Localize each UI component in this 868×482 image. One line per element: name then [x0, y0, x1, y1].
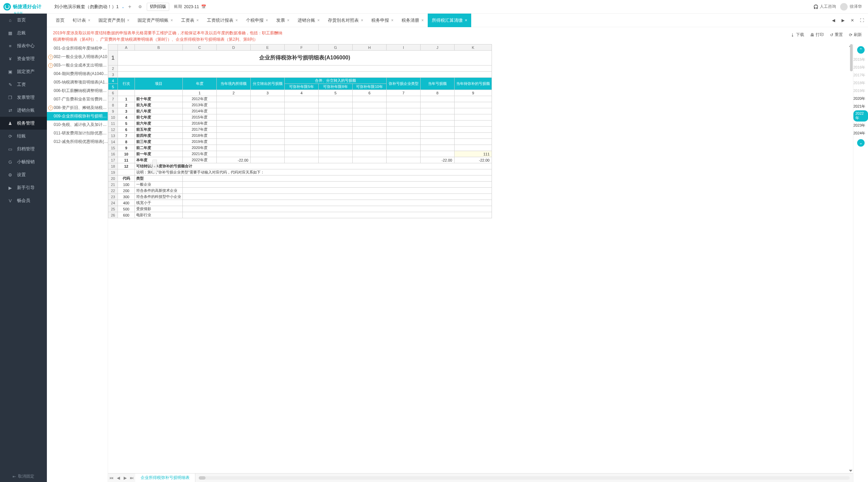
tab[interactable]: 首页	[52, 14, 69, 14]
tab[interactable]: 固定资产类别×	[94, 14, 134, 14]
brand: 畅捷通好会计 专业版	[3, 3, 50, 11]
brand-edition: 专业版	[14, 11, 23, 14]
avatar[interactable]	[840, 3, 848, 11]
tab[interactable]: 税务申报×	[367, 14, 397, 14]
brand-name: 畅捷通好会计	[13, 4, 41, 10]
tab[interactable]: 固定资产明细账×	[134, 14, 177, 14]
tab[interactable]: 存货别名对照表×	[324, 14, 367, 14]
consult-link[interactable]: 🎧人工咨询	[813, 4, 836, 10]
tab[interactable]: 工资统计报表×	[203, 14, 242, 14]
account-dropdown-icon[interactable]: ⌄	[121, 4, 125, 9]
tab[interactable]: 发票×	[272, 14, 294, 14]
calendar-icon[interactable]: 📅	[201, 4, 206, 9]
tab[interactable]: 税务清册×	[397, 14, 428, 14]
tab[interactable]: 所得税汇算清缴×	[428, 14, 471, 14]
period-label: 账期	[174, 4, 182, 10]
tab[interactable]: 钉计表×	[69, 14, 94, 14]
tab[interactable]: 进销台账×	[294, 14, 324, 14]
switch-old-button[interactable]: 切到旧版	[147, 3, 169, 11]
brand-logo-icon	[3, 3, 11, 11]
headset-icon: 🎧	[813, 4, 818, 9]
app-header: 畅捷通好会计 专业版 刘小艳演示账套（勿删勿动！）1 ⌄ + ⚙ 切到旧版 账期…	[0, 0, 868, 14]
period-value[interactable]: 2023-11	[184, 4, 199, 9]
user-name[interactable]: 徐泽华	[850, 4, 862, 10]
add-account-button[interactable]: +	[128, 4, 131, 10]
tab[interactable]: 个税申报×	[242, 14, 272, 14]
account-selector[interactable]: 刘小艳演示账套（勿删勿动！）1	[54, 4, 119, 10]
account-settings-icon[interactable]: ⚙	[138, 4, 142, 9]
tab[interactable]: 工资表×	[177, 14, 203, 14]
